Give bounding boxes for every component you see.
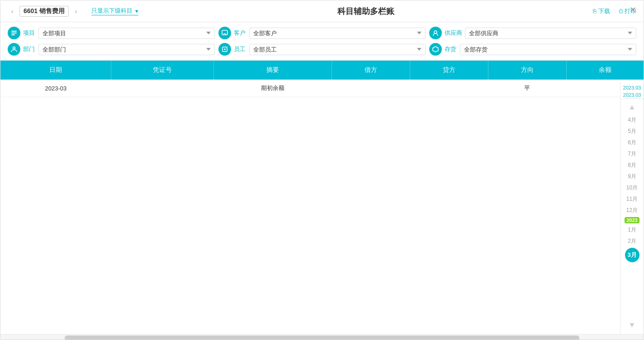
- supplier-label: 供应商: [445, 29, 462, 37]
- sidebar-month-9[interactable]: 9月: [620, 171, 644, 182]
- employee-filter-row: 员工 全部员工: [218, 43, 426, 56]
- sidebar-month-10[interactable]: 10月: [620, 182, 644, 194]
- employee-label: 员工: [234, 45, 246, 53]
- svg-rect-3: [222, 30, 227, 35]
- ledger-table: 日期 凭证号 摘要 借方 贷方 方向 余额 2023-03 期初余额: [0, 61, 644, 97]
- sidebar-month-3-selected[interactable]: 3月: [625, 248, 639, 262]
- sidebar-header1: 2023.03: [620, 84, 644, 91]
- col-voucher: 凭证号: [111, 61, 214, 80]
- main-modal: ‹ 6601 销售费用 › 只显示下级科目 ▾ 科目辅助多栏账 ⎘ 下载 ⎙ 打…: [0, 0, 644, 340]
- col-balance: 余额: [566, 61, 644, 80]
- chevron-down-icon: ▾: [135, 8, 138, 14]
- sidebar-scroll-down-button[interactable]: ▼: [626, 319, 639, 331]
- sidebar-month-8[interactable]: 8月: [620, 160, 644, 171]
- sidebar-month-11[interactable]: 11月: [620, 194, 644, 205]
- horizontal-scrollbar[interactable]: [0, 334, 644, 340]
- supplier-filter-row: 供应商 全部供应商: [429, 27, 636, 39]
- sidebar-month-7[interactable]: 7月: [620, 148, 644, 160]
- customer-filter-row: 客户 全部客户: [218, 27, 426, 39]
- col-date: 日期: [0, 61, 111, 80]
- svg-point-4: [434, 31, 437, 33]
- inventory-filter-row: 存货 全部存货: [429, 43, 636, 56]
- page-title: 科目辅助多栏账: [138, 6, 593, 17]
- dept-icon: [8, 43, 20, 56]
- download-icon: ⎘: [593, 8, 597, 14]
- employee-select[interactable]: 全部员工: [249, 44, 426, 55]
- customer-icon: [218, 27, 231, 39]
- sidebar-year-badge: 2023: [625, 217, 639, 223]
- sidebar-month-6[interactable]: 6月: [620, 137, 644, 148]
- customer-label: 客户: [234, 29, 246, 37]
- print-icon: ⎙: [619, 8, 623, 14]
- show-sub-button[interactable]: 只显示下级科目 ▾: [91, 7, 138, 15]
- sidebar-month-5[interactable]: 5月: [620, 126, 644, 137]
- inventory-label: 存货: [445, 45, 457, 53]
- header-bar: ‹ 6601 销售费用 › 只显示下级科目 ▾ 科目辅助多栏账 ⎘ 下载 ⎙ 打…: [0, 0, 644, 22]
- sidebar-scroll-up-button[interactable]: ▲: [626, 101, 639, 113]
- inventory-select[interactable]: 全部存货: [460, 44, 636, 55]
- project-icon: [8, 27, 20, 39]
- project-label: 项目: [23, 29, 36, 37]
- employee-icon: [218, 43, 231, 56]
- sidebar-month-12[interactable]: 12月: [620, 205, 644, 216]
- dept-label: 部门: [23, 45, 36, 53]
- sidebar-month-2[interactable]: 2月: [620, 236, 644, 247]
- sidebar-month-4[interactable]: 4月: [620, 114, 644, 126]
- project-filter-row: 项目 全部项目: [8, 27, 215, 39]
- cell-summary: 期初余额: [213, 80, 331, 97]
- supplier-icon: [429, 27, 442, 39]
- next-nav-button[interactable]: ›: [71, 7, 80, 16]
- cell-date: 2023-03: [0, 80, 111, 97]
- col-credit: 贷方: [410, 61, 488, 80]
- cell-voucher: [111, 80, 214, 97]
- sidebar-header2: 2023.03: [620, 91, 644, 99]
- table-row: 2023-03 期初余额 平: [0, 80, 644, 97]
- col-direction: 方向: [488, 61, 566, 80]
- download-button[interactable]: ⎘ 下载: [593, 7, 610, 15]
- dept-filter-row: 部门 全部部门: [8, 43, 215, 56]
- sidebar-month-1[interactable]: 1月: [620, 224, 644, 236]
- col-debit: 借方: [332, 61, 410, 80]
- close-button[interactable]: ✕: [630, 5, 636, 15]
- svg-point-5: [13, 47, 15, 49]
- cell-direction: 平: [488, 80, 566, 97]
- svg-rect-0: [11, 31, 17, 32]
- filter-area: 项目 全部项目 客户 全部客户 供应商 全部供应商: [0, 22, 644, 61]
- project-select[interactable]: 全部项目: [38, 28, 215, 39]
- svg-rect-2: [11, 34, 15, 35]
- table-container: 日期 凭证号 摘要 借方 贷方 方向 余额 2023-03 期初余额: [0, 61, 644, 334]
- customer-select[interactable]: 全部客户: [249, 28, 426, 39]
- dept-select[interactable]: 全部部门: [38, 44, 215, 55]
- month-sidebar: 2023.03 2023.03 ▲ 4月 5月 6月 7月 8月 9月 10月 …: [620, 82, 644, 334]
- prev-nav-button[interactable]: ‹: [8, 7, 17, 16]
- svg-rect-1: [11, 33, 17, 33]
- cell-credit: [410, 80, 488, 97]
- supplier-select[interactable]: 全部供应商: [465, 28, 636, 39]
- account-label: 6601 销售费用: [19, 6, 69, 17]
- col-summary: 摘要: [213, 61, 331, 80]
- cell-debit: [332, 80, 410, 97]
- inventory-icon: [429, 43, 442, 56]
- sidebar-months: 4月 5月 6月 7月 8月 9月 10月 11月 12月 2023 1月 2月…: [620, 114, 644, 318]
